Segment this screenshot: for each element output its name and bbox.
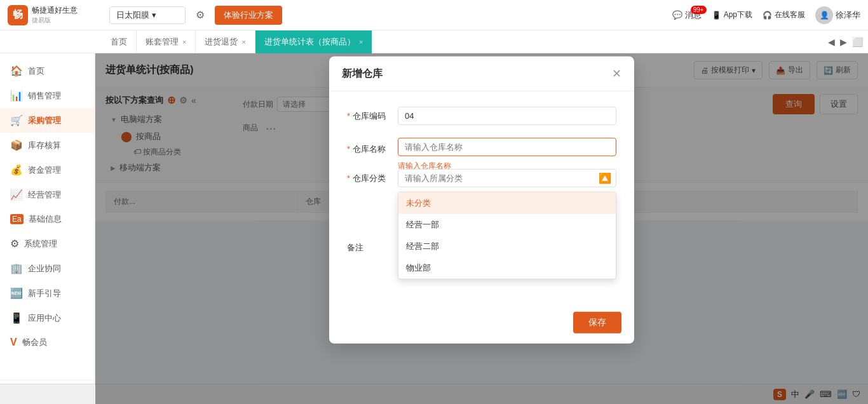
modal-body: * 仓库编码 * 仓库名称 请输入仓库名称 <box>329 91 634 304</box>
sidebar-label-guide: 新手引导 <box>28 288 61 299</box>
tab-accounts[interactable]: 账套管理 × <box>137 30 196 53</box>
sidebar-label-finance: 资金管理 <box>28 165 61 176</box>
sidebar-label-inventory: 库存核算 <box>28 140 61 151</box>
name-input[interactable] <box>398 138 616 156</box>
sidebar-label-system: 系统管理 <box>24 238 57 250</box>
store-dropdown-arrow: ▾ <box>152 10 156 20</box>
sidebar-label-operations: 经营管理 <box>28 189 61 201</box>
tab-next-button[interactable]: ▶ <box>840 37 847 47</box>
headphone-icon: 🎧 <box>763 11 772 20</box>
base-icon: Ea <box>10 214 24 224</box>
app-download-label: App下载 <box>724 10 752 20</box>
modal-close-button[interactable]: ✕ <box>612 67 621 81</box>
tab-actions: ◀ ▶ ⬜ <box>828 37 868 47</box>
logo-text-block: 畅捷通好生意 捷易版 <box>32 5 78 25</box>
sidebar-item-purchase[interactable]: 🛒 采购管理 <box>0 108 95 133</box>
sidebar: 🏠 首页 📊 销售管理 🛒 采购管理 📦 库存核算 💰 资金管理 📈 经营管理 … <box>0 53 95 404</box>
sidebar-item-operations[interactable]: 📈 经营管理 <box>0 182 95 207</box>
sidebar-item-base[interactable]: Ea 基础信息 <box>0 207 95 231</box>
modal-title: 新增仓库 <box>342 67 383 80</box>
tabbar: 首页 账套管理 × 进货退货 × 进货单统计表（按商品） × ◀ ▶ ⬜ <box>0 30 868 53</box>
required-name: * <box>347 144 350 153</box>
store-name: 日太阳膜 <box>116 10 149 21</box>
topbar: 畅 畅捷通好生意 捷易版 日太阳膜 ▾ ⚙ 体验行业方案 💬 消息 99+ 📱 … <box>0 0 868 30</box>
logo-icon: 畅 <box>8 5 28 25</box>
sidebar-item-home[interactable]: 🏠 首页 <box>0 58 95 83</box>
app-download-button[interactable]: 📱 App下载 <box>712 10 752 20</box>
guide-icon: 🆕 <box>10 287 23 299</box>
purchase-icon: 🛒 <box>10 114 23 126</box>
tab-purchase-return-label: 进货退货 <box>205 36 238 48</box>
gear-button[interactable]: ⚙ <box>191 6 210 25</box>
tab-accounts-close[interactable]: × <box>182 38 186 46</box>
category-dropdown: 未分类 经营一部 经营二部 物业部 <box>398 192 616 279</box>
message-badge: 99+ <box>691 6 707 14</box>
sidebar-item-guide[interactable]: 🆕 新手引导 <box>0 281 95 306</box>
message-button[interactable]: 💬 消息 99+ <box>672 10 702 21</box>
category-select-wrap: 🔼 未分类 经营一部 经营二部 物业部 <box>398 169 616 187</box>
tab-purchase-stat-label: 进货单统计表（按商品） <box>264 36 355 48</box>
tab-purchase-return-close[interactable]: × <box>241 38 245 46</box>
dropdown-item-dept1[interactable]: 经营一部 <box>398 214 616 236</box>
sidebar-item-sales[interactable]: 📊 销售管理 <box>0 83 95 108</box>
name-input-row: * 仓库名称 <box>347 138 616 156</box>
inventory-icon: 📦 <box>10 139 23 151</box>
sidebar-label-purchase: 采购管理 <box>28 115 61 126</box>
name-label: * 仓库名称 <box>347 139 398 154</box>
save-button[interactable]: 保存 <box>573 312 621 333</box>
sidebar-label-apps: 应用中心 <box>28 313 61 324</box>
logo-sub: 捷易版 <box>32 16 78 25</box>
online-service-label: 在线客服 <box>775 10 805 20</box>
tab-prev-button[interactable]: ◀ <box>828 37 835 47</box>
modal-header: 新增仓库 ✕ <box>329 57 634 91</box>
required-cat: * <box>347 173 350 183</box>
tab-home[interactable]: 首页 <box>102 30 137 53</box>
trial-button[interactable]: 体验行业方案 <box>215 6 282 25</box>
logo-area: 畅 畅捷通好生意 捷易版 <box>8 5 103 25</box>
modal-footer: 保存 <box>329 304 634 344</box>
sidebar-label-sales: 销售管理 <box>28 90 61 102</box>
form-row-name: * 仓库名称 请输入仓库名称 <box>347 138 616 156</box>
topbar-right: 💬 消息 99+ 📱 App下载 🎧 在线客服 👤 徐泽华 <box>672 6 860 24</box>
sidebar-item-inventory[interactable]: 📦 库存核算 <box>0 133 95 158</box>
sidebar-label-home: 首页 <box>28 65 44 77</box>
tab-expand-button[interactable]: ⬜ <box>852 37 863 47</box>
note-label: 备注 <box>347 238 398 253</box>
code-label: * 仓库编码 <box>347 107 398 122</box>
dropdown-item-none[interactable]: 未分类 <box>398 192 616 214</box>
sidebar-label-vip: 畅会员 <box>22 337 47 348</box>
dropdown-item-dept3[interactable]: 物业部 <box>398 257 616 279</box>
code-input[interactable] <box>398 107 616 125</box>
message-icon: 💬 <box>672 10 682 20</box>
sidebar-item-vip[interactable]: V 畅会员 <box>0 330 95 354</box>
sidebar-item-enterprise[interactable]: 🏢 企业协同 <box>0 256 95 281</box>
topbar-middle: 日太阳膜 ▾ ⚙ 体验行业方案 <box>109 6 666 25</box>
sidebar-item-apps[interactable]: 📱 应用中心 <box>0 306 95 330</box>
store-select[interactable]: 日太阳膜 ▾ <box>109 6 186 24</box>
dropdown-item-dept2[interactable]: 经营二部 <box>398 236 616 257</box>
apps-icon: 📱 <box>10 312 23 324</box>
vip-icon: V <box>10 337 17 348</box>
online-service-button[interactable]: 🎧 在线客服 <box>763 10 805 20</box>
system-icon: ⚙ <box>10 238 19 250</box>
new-warehouse-modal: 新增仓库 ✕ * 仓库编码 * 仓库名称 <box>329 57 634 344</box>
tab-purchase-stat-close[interactable]: × <box>359 38 363 46</box>
username: 徐泽华 <box>836 10 860 21</box>
tab-purchase-return[interactable]: 进货退货 × <box>196 30 255 53</box>
category-input[interactable] <box>398 169 616 187</box>
finance-icon: 💰 <box>10 164 23 176</box>
logo-text: 畅捷通好生意 <box>32 5 78 16</box>
user-button[interactable]: 👤 徐泽华 <box>815 6 860 24</box>
sidebar-item-system[interactable]: ⚙ 系统管理 <box>0 231 95 256</box>
category-label: * 仓库分类 <box>347 169 398 184</box>
home-icon: 🏠 <box>10 65 23 77</box>
form-row-code: * 仓库编码 <box>347 107 616 125</box>
required-code: * <box>347 111 350 121</box>
sidebar-item-finance[interactable]: 💰 资金管理 <box>0 158 95 182</box>
tab-purchase-stat[interactable]: 进货单统计表（按商品） × <box>255 30 372 53</box>
enterprise-icon: 🏢 <box>10 262 23 274</box>
avatar: 👤 <box>815 6 833 24</box>
category-dropdown-arrow[interactable]: 🔼 <box>599 172 611 184</box>
sidebar-label-base: 基础信息 <box>29 213 62 225</box>
tab-accounts-label: 账套管理 <box>146 36 179 48</box>
